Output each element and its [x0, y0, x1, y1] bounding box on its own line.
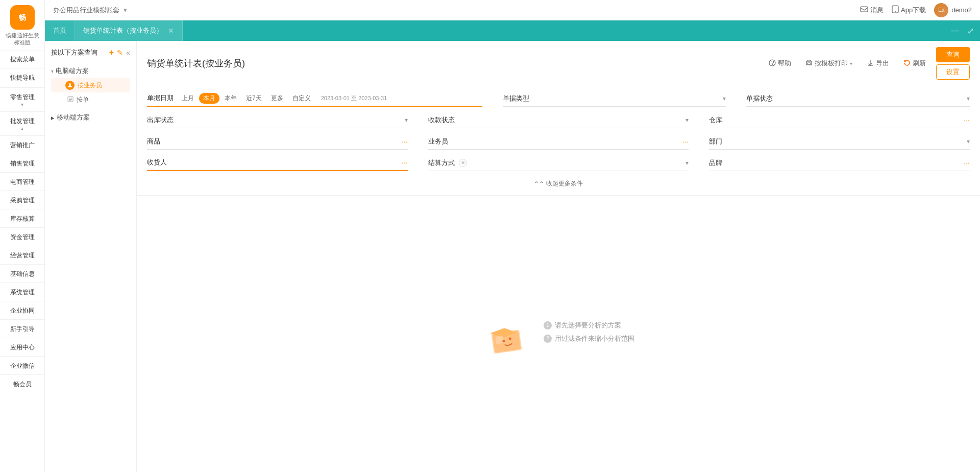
scheme-item-icon: [65, 81, 75, 90]
search-menu-section[interactable]: 搜索菜单: [0, 51, 44, 68]
report-header: 销货单统计表(按业务员) ? 帮助: [137, 41, 980, 84]
filter-warehouse[interactable]: 仓库 ···: [709, 112, 970, 128]
svg-point-4: [895, 11, 896, 12]
svg-text:畅: 畅: [19, 13, 26, 21]
doc-type-dropdown-icon: ▾: [723, 95, 726, 102]
tab-minimize-button[interactable]: —: [949, 24, 961, 37]
scheme-mobile-arrow-icon: ▸: [51, 114, 55, 122]
empty-text: 1 请先选择要分析的方案 2 用过滤条件来缩小分析范围: [544, 321, 634, 347]
out-status-dropdown-icon: ▾: [405, 116, 408, 124]
date-filter-label: 单据日期: [147, 93, 174, 103]
search-menu-label[interactable]: 搜索菜单: [10, 55, 35, 64]
scheme-item-by-order[interactable]: 按单: [49, 93, 132, 107]
filter-receiver[interactable]: 收货人 ···: [147, 155, 408, 171]
sidebar-item-wechat[interactable]: 企业微信: [0, 357, 44, 375]
scheme-group-mobile-header[interactable]: ▸ 移动端方案: [49, 111, 132, 124]
app-download-button[interactable]: App下载: [892, 5, 926, 15]
help-button[interactable]: ? 帮助: [765, 57, 795, 70]
sidebar-item-apps[interactable]: 应用中心: [0, 338, 44, 357]
brand-more-icon[interactable]: ···: [964, 159, 970, 167]
staff-label: 业务员: [428, 137, 454, 146]
scheme-header-title: 按以下方案查询: [51, 48, 97, 57]
sidebar-item-retail[interactable]: 零售管理 ▾: [0, 88, 44, 112]
payment-status-dropdown-icon: ▾: [685, 116, 689, 124]
collapse-filter-button[interactable]: ⌃⌃ 收起更多条件: [147, 176, 970, 189]
setting-button[interactable]: 设置: [936, 64, 970, 80]
product-more-icon[interactable]: ···: [402, 137, 408, 146]
refresh-button[interactable]: 刷新: [899, 57, 930, 70]
sidebar-item-ecommerce[interactable]: 电商管理: [0, 173, 44, 191]
template-print-button[interactable]: 按模板打印 ▾: [801, 57, 856, 70]
date-tab-custom[interactable]: 自定义: [288, 93, 315, 104]
sidebar-item-purchase[interactable]: 采购管理: [0, 191, 44, 209]
quick-nav-section[interactable]: 快捷导航: [0, 68, 44, 88]
tab-maximize-button[interactable]: ⤢: [965, 24, 976, 38]
scheme-group-desktop-header[interactable]: ▾ 电脑端方案: [49, 64, 132, 78]
main-area: 办公用品行业模拟账套 ▾ 消息: [45, 0, 980, 472]
sidebar-item-member[interactable]: 畅会员: [0, 375, 44, 393]
receiver-more-icon[interactable]: ···: [402, 158, 408, 167]
scheme-group-desktop: ▾ 电脑端方案 按业务员: [45, 62, 136, 109]
scheme-item-by-staff[interactable]: 按业务员: [51, 78, 130, 92]
mobile-icon: [892, 5, 899, 15]
filter-brand[interactable]: 品牌 ···: [709, 155, 970, 171]
staff-more-icon[interactable]: ···: [683, 137, 689, 146]
tab-sales-report-label: 销货单统计表（按业务员）: [83, 26, 163, 35]
tab-sales-report[interactable]: 销货单统计表（按业务员） ✕: [75, 20, 183, 41]
chevron-up-icon: ▴: [21, 126, 23, 131]
filter-product[interactable]: 商品 ···: [147, 133, 408, 150]
username-label: demo2: [951, 6, 972, 14]
filter-department[interactable]: 部门 ▾: [709, 133, 970, 150]
sidebar-item-finance[interactable]: 资金管理: [0, 228, 44, 246]
sidebar-item-basic[interactable]: 基础信息: [0, 265, 44, 283]
filter-doc-type[interactable]: 单据类型 ▾: [503, 90, 726, 107]
tab-close-icon[interactable]: ✕: [168, 27, 174, 35]
date-tab-this-year[interactable]: 本年: [220, 93, 241, 104]
sidebar-item-enterprise[interactable]: 企业协同: [0, 301, 44, 320]
export-button[interactable]: 导出: [863, 57, 893, 70]
tab-bar-actions: — ⤢: [949, 20, 980, 41]
content-area: 按以下方案查询 + ✎ « ▾ 电脑端方案: [45, 41, 980, 472]
page-title: 销货单统计表(按业务员): [147, 57, 245, 69]
tab-home[interactable]: 首页: [45, 20, 75, 41]
sidebar-item-newbie[interactable]: 新手引导: [0, 320, 44, 338]
export-label: 导出: [876, 59, 889, 68]
date-tab-this-month[interactable]: 本月: [199, 93, 219, 104]
sidebar-item-inventory[interactable]: 库存核算: [0, 209, 44, 228]
filter-doc-status[interactable]: 单据状态 ▾: [746, 90, 970, 107]
workspace-info: 办公用品行业模拟账套 ▾: [53, 6, 127, 15]
sidebar-item-wholesale[interactable]: 批发管理 ▴: [0, 112, 44, 136]
user-menu-button[interactable]: Ea demo2: [934, 3, 972, 17]
filter-out-status[interactable]: 出库状态 ▾: [147, 112, 408, 128]
scheme-edit-icon[interactable]: ✎: [117, 49, 123, 57]
sidebar-item-system[interactable]: 系统管理: [0, 283, 44, 301]
filter-row-3: 商品 ··· 业务员 ··· 部门 ▾: [147, 133, 970, 150]
main-action-buttons: 查询 设置: [936, 47, 970, 80]
tab-bar: 首页 销货单统计表（按业务员） ✕ — ⤢: [45, 20, 980, 41]
date-tab-more[interactable]: 更多: [267, 93, 287, 104]
message-button[interactable]: 消息: [860, 5, 884, 15]
app-download-label: App下载: [901, 6, 926, 15]
date-tab-last-month[interactable]: 上月: [178, 93, 198, 104]
filter-row-1: 单据日期 上月 本月 本年 近7天 更多 自定义 2023-03-01 至 20…: [147, 90, 970, 107]
date-tab-last-7days[interactable]: 近7天: [242, 93, 266, 104]
warehouse-more-icon[interactable]: ···: [964, 116, 970, 124]
scheme-add-icon[interactable]: +: [109, 48, 114, 57]
scheme-collapse-icon[interactable]: «: [126, 49, 130, 57]
scheme-item-by-order-label: 按单: [77, 96, 89, 104]
settlement-clear-icon[interactable]: ✕: [459, 159, 467, 167]
sidebar: 畅 畅捷通好生意 标准版 搜索菜单 快捷导航 零售管理 ▾ 批发管理 ▴ 营销推…: [0, 0, 45, 472]
workspace-dropdown-icon[interactable]: ▾: [124, 6, 127, 14]
empty-state: 1 请先选择要分析的方案 2 用过滤条件来缩小分析范围: [137, 196, 980, 472]
filter-payment-status[interactable]: 收款状态 ▾: [428, 112, 689, 128]
filter-settlement[interactable]: 结算方式 ✕ ▾: [428, 155, 689, 171]
quick-nav-label[interactable]: 快捷导航: [10, 70, 35, 85]
sidebar-item-operation[interactable]: 经营管理: [0, 246, 44, 265]
scheme-header: 按以下方案查询 + ✎ «: [45, 45, 136, 60]
sidebar-item-sales[interactable]: 销售管理: [0, 154, 44, 173]
query-button[interactable]: 查询: [936, 47, 970, 62]
settlement-dropdown-icon: ▾: [685, 159, 689, 167]
sidebar-item-marketing[interactable]: 营销推广: [0, 136, 44, 154]
filter-staff[interactable]: 业务员 ···: [428, 133, 689, 150]
report-area: 销货单统计表(按业务员) ? 帮助: [137, 41, 980, 472]
